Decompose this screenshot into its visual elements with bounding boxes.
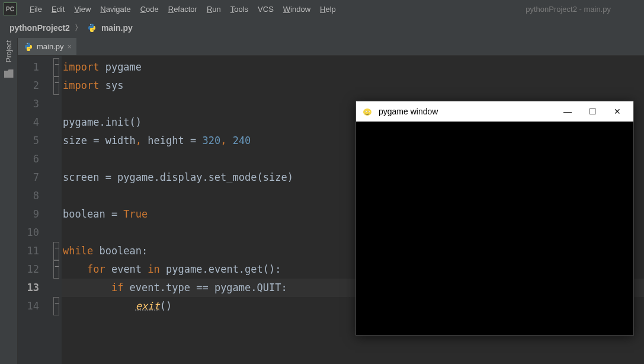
code-line[interactable]: import pygame xyxy=(62,58,644,76)
menu-tools[interactable]: Tools xyxy=(226,2,253,16)
nav-file[interactable]: main.py xyxy=(101,23,133,33)
pygame-output-window[interactable]: pygame window — ☐ ✕ xyxy=(355,101,634,336)
menu-run[interactable]: Run xyxy=(202,2,226,16)
line-number: 4 xyxy=(18,113,39,132)
python-file-icon xyxy=(24,42,33,52)
pycharm-logo-icon: PC xyxy=(4,2,17,15)
chevron-right-icon: 〉 xyxy=(75,23,82,33)
fold-marker-icon[interactable] xyxy=(53,260,59,279)
minimize-button[interactable]: — xyxy=(555,107,580,116)
line-number: 6 xyxy=(18,150,39,168)
code-line[interactable]: import sys xyxy=(62,76,644,95)
svg-point-8 xyxy=(369,111,369,111)
menu-help[interactable]: Help xyxy=(315,2,341,16)
svg-point-7 xyxy=(366,111,366,111)
pygame-surface xyxy=(356,122,633,335)
line-number: 9 xyxy=(18,205,39,223)
menu-edit[interactable]: Edit xyxy=(47,2,69,16)
menu-navigate[interactable]: Navigate xyxy=(95,2,135,16)
line-number: 11 xyxy=(18,242,39,260)
navigation-bar: pythonProject2 〉 main.py xyxy=(0,18,644,38)
line-number: 8 xyxy=(18,187,39,205)
maximize-button[interactable]: ☐ xyxy=(580,107,605,116)
menu-file[interactable]: File xyxy=(25,2,47,16)
svg-point-1 xyxy=(92,31,93,31)
menu-vcs[interactable]: VCS xyxy=(253,2,278,16)
line-number-gutter: 1234567891011121314 xyxy=(18,56,51,364)
svg-point-3 xyxy=(29,49,30,50)
line-number: 14 xyxy=(18,297,39,315)
tab-label: main.py xyxy=(37,42,64,51)
line-number: 1 xyxy=(18,58,39,76)
left-tool-sidebar: Project xyxy=(0,38,18,364)
fold-marker-icon[interactable] xyxy=(53,297,59,315)
line-number: 5 xyxy=(18,132,39,150)
menu-view[interactable]: View xyxy=(69,2,95,16)
svg-point-0 xyxy=(90,24,91,25)
menu-window[interactable]: Window xyxy=(278,2,315,16)
folder-icon[interactable] xyxy=(4,69,14,78)
menu-code[interactable]: Code xyxy=(136,2,164,16)
fold-column xyxy=(51,56,62,364)
nav-project[interactable]: pythonProject2 xyxy=(9,23,70,33)
fold-marker-icon[interactable] xyxy=(53,76,59,95)
pygame-logo-icon xyxy=(362,106,373,117)
line-number: 13 xyxy=(18,279,39,297)
python-file-icon xyxy=(87,23,97,33)
line-number: 7 xyxy=(18,168,39,187)
pygame-title-bar[interactable]: pygame window — ☐ ✕ xyxy=(356,101,633,122)
close-icon[interactable]: × xyxy=(68,42,72,51)
line-number: 10 xyxy=(18,223,39,242)
menu-refactor[interactable]: Refactor xyxy=(164,2,202,16)
line-number: 12 xyxy=(18,260,39,279)
close-button[interactable]: ✕ xyxy=(605,107,630,116)
pygame-window-title: pygame window xyxy=(379,107,438,116)
menu-bar: PC FileEditViewNavigateCodeRefactorRunTo… xyxy=(0,0,644,18)
editor-tabs: main.py × xyxy=(18,38,644,56)
window-title: pythonProject2 - main.py xyxy=(526,5,611,14)
project-tool-button[interactable]: Project xyxy=(5,40,13,62)
line-number: 2 xyxy=(18,76,39,95)
tab-main-py[interactable]: main.py × xyxy=(18,38,76,55)
line-number: 3 xyxy=(18,95,39,113)
svg-point-2 xyxy=(27,43,27,44)
